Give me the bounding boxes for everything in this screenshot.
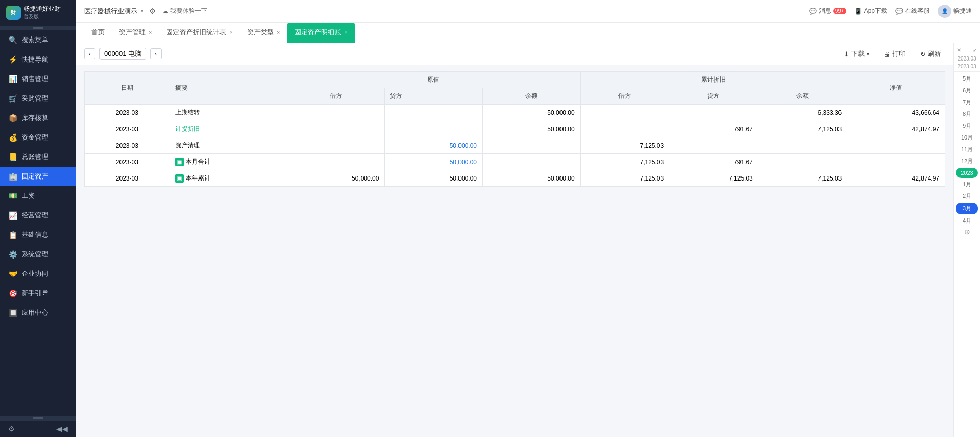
top-header: 医疗器械行业演示 ▾ ⚙ ☁ 我要体验一下 💬 消息 99+ 📱 App下载 💬… [76, 0, 980, 23]
cell-accum-debit [580, 121, 669, 137]
sidebar-item-payroll[interactable]: 💵 工资 [0, 186, 76, 206]
timeline-month-4[interactable]: 4月 [954, 215, 980, 227]
year-icon: ▣ [175, 174, 184, 183]
sidebar-item-collab[interactable]: 🤝 企业协同 [0, 264, 76, 284]
col-accum-credit: 贷方 [669, 88, 758, 105]
sidebar-item-fixedasset[interactable]: 🏢 固定资产 [0, 167, 76, 186]
capital-icon: 💰 [8, 133, 17, 142]
tab-assettype-close[interactable]: × [277, 29, 280, 35]
tab-assetdetail[interactable]: 固定资产明细账 × [287, 23, 354, 43]
user-profile[interactable]: 👤 畅捷通 [938, 5, 972, 18]
sidebar-item-quicknav[interactable]: ⚡ 快捷导航 [0, 50, 76, 69]
download-button[interactable]: ⬇ 下载 ▾ [839, 47, 873, 61]
timeline-month-9[interactable]: 9月 [954, 120, 980, 132]
sidebar-item-apps[interactable]: 🔲 应用中心 [0, 303, 76, 323]
cell-orig-credit: 50,000.00 [385, 170, 483, 187]
collapse-icon[interactable]: ◀◀ [56, 425, 68, 433]
message-badge: 99+ [833, 8, 846, 14]
settings-bottom-icon[interactable]: ⚙ [8, 425, 15, 433]
timeline-month-6[interactable]: 6月 [954, 85, 980, 96]
sidebar-item-guide[interactable]: 🎯 新手引导 [0, 284, 76, 303]
message-button[interactable]: 💬 消息 99+ [809, 7, 846, 15]
operation-icon: 📈 [8, 211, 17, 220]
col-accum-debit: 借方 [580, 88, 669, 105]
timeline-month-10[interactable]: 10月 [954, 132, 980, 144]
timeline-month-2[interactable]: 2月 [954, 190, 980, 202]
cell-orig-balance: 50,000.00 [483, 121, 581, 137]
timeline-month-12[interactable]: 12月 [954, 155, 980, 167]
cell-accum-debit: 7,125.03 [580, 137, 669, 154]
sidebar-label-apps: 应用中心 [22, 308, 48, 317]
user-name: 畅捷通 [953, 7, 972, 15]
timeline-month-3[interactable]: 3月 [956, 203, 978, 214]
apps-icon: 🔲 [8, 308, 17, 317]
app-edition: 普及版 [24, 13, 61, 21]
tab-home[interactable]: 首页 [84, 23, 112, 43]
sidebar-item-system[interactable]: ⚙️ 系统管理 [0, 245, 76, 264]
print-button[interactable]: 🖨 打印 [879, 47, 910, 61]
sidebar-item-operation[interactable]: 📈 经营管理 [0, 206, 76, 225]
company-selector[interactable]: 医疗器械行业演示 ▾ [84, 7, 143, 16]
timeline-second-date: 2023.03 [955, 63, 978, 70]
experience-button[interactable]: ☁ 我要体验一下 [162, 7, 207, 15]
sidebar-item-capital[interactable]: 💰 资金管理 [0, 128, 76, 147]
next-asset-button[interactable]: › [150, 48, 162, 59]
cell-accum-debit: 7,125.03 [580, 170, 669, 187]
cell-orig-debit [287, 154, 385, 170]
cell-net-value [847, 154, 945, 170]
prev-asset-button[interactable]: ‹ [84, 48, 95, 59]
table-row: 2023-03 ▣本年累计 50,000.00 50,000.00 50,000… [85, 170, 945, 187]
cell-date: 2023-03 [85, 137, 170, 154]
avatar: 👤 [938, 5, 951, 18]
fixedasset-icon: 🏢 [8, 172, 17, 181]
collab-icon: 🤝 [8, 269, 17, 279]
panel-expand-icon[interactable]: ⤢ [973, 47, 977, 53]
cell-accum-credit: 791.67 [669, 121, 758, 137]
asset-navigation: ‹ 000001 电脑 › [84, 48, 162, 60]
col-summary: 摘要 [170, 72, 287, 105]
timeline-month-7[interactable]: 7月 [954, 96, 980, 108]
print-icon: 🖨 [884, 50, 890, 58]
company-settings-icon[interactable]: ⚙ [149, 7, 156, 16]
tab-assetmgmt-close[interactable]: × [149, 29, 152, 35]
sidebar-label-payroll: 工资 [22, 191, 35, 201]
cell-date: 2023-03 [85, 170, 170, 187]
app-logo: 财 畅捷通好业财 普及版 [0, 0, 76, 26]
tabs-bar: 首页 资产管理 × 固定资产折旧统计表 × 资产类型 × 固定资产明细账 × [76, 23, 980, 43]
sidebar-label-quicknav: 快捷导航 [22, 55, 48, 64]
main-content: ‹ 000001 电脑 › ⬇ 下载 ▾ 🖨 打印 ↻ [76, 43, 953, 437]
sidebar-item-basic[interactable]: 📋 基础信息 [0, 225, 76, 245]
timeline-month-5[interactable]: 5月 [954, 73, 980, 85]
table-row: 2023-03 计提折旧 50,000.00 791.67 7,125.03 4… [85, 121, 945, 137]
timeline-year-2023[interactable]: 2023 [956, 168, 978, 178]
sidebar-item-inventory[interactable]: 📦 库存核算 [0, 108, 76, 128]
sidebar-menu: 🔍 搜索菜单 ⚡ 快捷导航 📊 销售管理 🛒 采购管理 📦 库存核算 💰 资金管… [0, 30, 76, 416]
tab-depreciation-close[interactable]: × [229, 29, 232, 35]
cell-orig-debit [287, 121, 385, 137]
timeline-month-8[interactable]: 8月 [954, 108, 980, 120]
cell-orig-credit: 50,000.00 [385, 137, 483, 154]
table-container: 日期 摘要 原值 累计折旧 净值 借方 贷方 余额 借方 贷方 余额 [76, 65, 953, 437]
sidebar-item-sales[interactable]: 📊 销售管理 [0, 69, 76, 89]
timeline-down-arrow[interactable]: ⊕ [963, 227, 971, 237]
download-button[interactable]: 📱 App下载 [854, 7, 887, 15]
service-button[interactable]: 💬 在线客服 [895, 7, 930, 15]
sidebar-item-ledger[interactable]: 📒 总账管理 [0, 147, 76, 167]
refresh-button[interactable]: ↻ 刷新 [916, 47, 945, 61]
timeline-month-1[interactable]: 1月 [954, 178, 980, 190]
sidebar-bottom: ⚙ ◀◀ [0, 420, 76, 437]
sidebar-label-operation: 经营管理 [22, 211, 48, 220]
panel-close-icon[interactable]: ✕ [957, 47, 961, 53]
sidebar-item-search[interactable]: 🔍 搜索菜单 [0, 30, 76, 50]
tab-assetdetail-close[interactable]: × [344, 29, 347, 35]
guide-icon: 🎯 [8, 289, 17, 298]
cell-date: 2023-03 [85, 105, 170, 121]
sidebar-label-capital: 资金管理 [22, 133, 48, 142]
tab-assetmgmt[interactable]: 资产管理 × [112, 23, 159, 43]
sidebar-item-purchase[interactable]: 🛒 采购管理 [0, 89, 76, 108]
tab-depreciation[interactable]: 固定资产折旧统计表 × [159, 23, 239, 43]
tab-assettype[interactable]: 资产类型 × [240, 23, 287, 43]
timeline-month-11[interactable]: 11月 [954, 144, 980, 155]
col-accum-depr-group: 累计折旧 [580, 72, 847, 88]
toolbar-actions: ⬇ 下载 ▾ 🖨 打印 ↻ 刷新 [839, 47, 945, 61]
